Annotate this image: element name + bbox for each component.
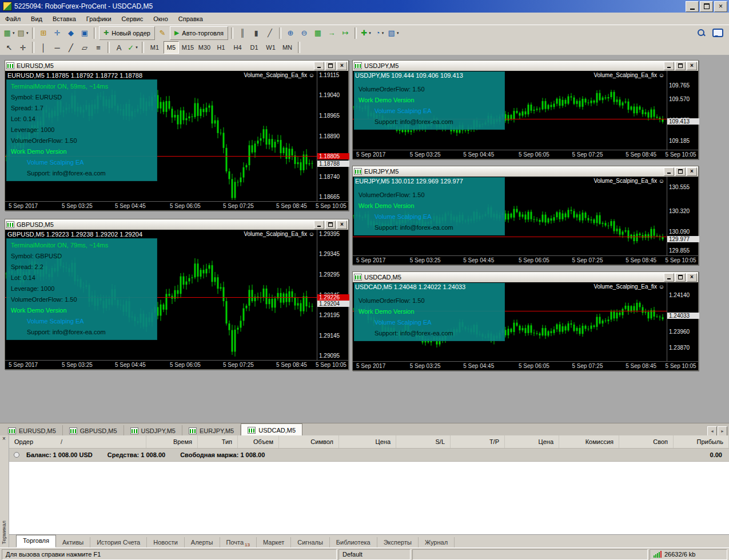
terminal-tab-библиотека[interactable]: Библиотека [330, 537, 377, 547]
maximize-button[interactable] [675, 273, 686, 282]
close-button[interactable]: × [714, 1, 727, 12]
maximize-button[interactable] [325, 221, 336, 229]
terminal-tab-эксперты[interactable]: Эксперты [377, 537, 419, 547]
chart-tab-eurjpy[interactable]: EURJPY,M5 [182, 425, 241, 436]
terminal-tab-новости[interactable]: Новости [147, 537, 185, 547]
line-chart-mode-button[interactable]: ╱ [264, 27, 276, 39]
menu-item-charts[interactable]: Графики [81, 13, 117, 25]
indicators-button[interactable]: ✚▾ [360, 27, 372, 39]
metaeditor-button[interactable]: ✎ [156, 27, 169, 39]
terminal-tab-активы[interactable]: Активы [56, 537, 90, 547]
menu-item-insert[interactable]: Вставка [47, 13, 81, 25]
maximize-button[interactable] [675, 167, 686, 176]
arrows-tool-button[interactable]: ✓▾ [126, 41, 139, 54]
bar-chart-mode-button[interactable]: ║ [236, 27, 249, 39]
crosshair-tool-button[interactable]: ✛ [17, 41, 29, 54]
tile-windows-button[interactable]: ▦ [312, 27, 324, 39]
zoom-in-button[interactable]: ⊕ [284, 27, 297, 39]
chart-titlebar[interactable]: EURJPY,M5× [353, 166, 698, 177]
close-button[interactable]: × [337, 221, 347, 229]
search-icon[interactable] [697, 29, 706, 37]
window-titlebar[interactable]: 5225094: RoboForex-ProCent - USDCAD,M5 × [0, 0, 729, 13]
timeframe-w1-button[interactable]: W1 [263, 41, 278, 54]
cursor-tool-button[interactable]: ↖ [3, 41, 15, 54]
timeframe-m30-button[interactable]: M30 [197, 41, 212, 54]
chart-tab-eurusd[interactable]: EURUSD,M5 [2, 425, 63, 436]
close-button[interactable]: × [687, 167, 697, 176]
market-watch-button[interactable]: ⊞ [37, 27, 50, 39]
maximize-button[interactable] [675, 62, 686, 70]
chart-window-usdjpy[interactable]: USDJPY,M5×VolumeOrderFlow: 1.50Work Demo… [352, 60, 699, 159]
column-header-прибыль[interactable]: Прибыль [674, 435, 729, 448]
minimize-button[interactable] [314, 221, 324, 229]
terminal-tab-сигналы[interactable]: Сигналы [291, 537, 330, 547]
chart-tab-usdjpy[interactable]: USDJPY,M5 [124, 425, 182, 436]
terminal-tab-маркет[interactable]: Маркет [257, 537, 291, 547]
scroll-right-icon[interactable]: ► [718, 426, 727, 436]
auto-scroll-button[interactable]: → [325, 27, 338, 39]
periods-button[interactable]: ◔▾ [373, 27, 386, 39]
close-button[interactable]: × [337, 62, 347, 70]
close-button[interactable]: × [687, 273, 697, 282]
timeframe-mn-button[interactable]: MN [280, 41, 295, 54]
chart-window-eurjpy[interactable]: EURJPY,M5×VolumeOrderFlow: 1.50Work Demo… [352, 166, 699, 265]
profiles-button[interactable]: ▤▾ [17, 27, 29, 39]
auto-trading-button[interactable]: ▶Авто-торговля [170, 26, 228, 40]
menu-item-help[interactable]: Справка [173, 13, 208, 25]
menu-item-service[interactable]: Сервис [117, 13, 149, 25]
minimize-button[interactable] [314, 62, 324, 70]
timeframe-m1-button[interactable]: M1 [147, 41, 162, 54]
candlestick-mode-button[interactable]: ▮ [250, 27, 262, 39]
terminal-close-icon[interactable]: × [2, 436, 6, 442]
column-header-своп[interactable]: Своп [619, 435, 674, 448]
restore-button[interactable] [700, 1, 713, 12]
column-header-tp[interactable]: T/P [451, 435, 505, 448]
terminal-tab-история-счета[interactable]: История Счета [90, 537, 147, 547]
chart-titlebar[interactable]: USDCAD,M5× [353, 272, 698, 283]
timeframe-m15-button[interactable]: M15 [180, 41, 196, 54]
terminal-tab-алерты[interactable]: Алерты [185, 537, 220, 547]
menu-item-file[interactable]: Файл [0, 13, 26, 25]
chart-shift-button[interactable]: ↦ [339, 27, 352, 39]
column-header-ордер[interactable]: Ордер/ [9, 435, 146, 448]
maximize-button[interactable] [325, 62, 336, 70]
column-header-цена[interactable]: Цена [505, 435, 559, 448]
status-account-type[interactable]: Default [338, 549, 411, 560]
minimize-button[interactable] [664, 273, 674, 282]
terminal-tab-почта[interactable]: Почта13 [220, 537, 257, 547]
text-tool-button[interactable]: A [113, 41, 125, 54]
horizontal-line-tool-button[interactable]: ─ [51, 41, 63, 54]
templates-button[interactable]: ▧▾ [387, 27, 400, 39]
column-header-символ[interactable]: Символ [279, 435, 339, 448]
column-header-sl[interactable]: S/L [396, 435, 451, 448]
channel-tool-button[interactable]: ▱ [78, 41, 91, 54]
terminal-tab-торговля[interactable]: Торговля [16, 535, 56, 547]
timeframe-h1-button[interactable]: H1 [213, 41, 229, 54]
column-header-тип[interactable]: Тип [198, 435, 238, 448]
terminal-panel-button[interactable]: ▣ [78, 27, 91, 39]
fibonacci-tool-button[interactable]: ≡ [92, 41, 105, 54]
new-chart-button[interactable]: ▦▾ [3, 27, 15, 39]
chart-tab-gbpusd[interactable]: GBPUSD,M5 [63, 425, 124, 436]
navigator-button[interactable]: ◆ [65, 27, 77, 39]
column-header-время[interactable]: Время [146, 435, 198, 448]
timeframe-d1-button[interactable]: D1 [246, 41, 262, 54]
vertical-line-tool-button[interactable]: │ [37, 41, 50, 54]
chart-titlebar[interactable]: GBPUSD,M5× [5, 219, 348, 230]
zoom-out-button[interactable]: ⊖ [298, 27, 310, 39]
close-button[interactable]: × [687, 62, 697, 70]
menu-item-window[interactable]: Окно [148, 13, 173, 25]
chart-titlebar[interactable]: EURUSD,M5× [5, 61, 348, 71]
new-order-button[interactable]: ✚Новый ордер [99, 26, 155, 40]
chart-window-eurusd[interactable]: EURUSD,M5×TerminalMonitor ON, 59ms, ~14m… [5, 60, 349, 211]
chart-window-gbpusd[interactable]: GBPUSD,M5×TerminalMonitor ON, 79ms, ~14m… [5, 219, 349, 370]
chat-icon[interactable] [712, 29, 723, 37]
trendline-tool-button[interactable]: ╱ [65, 41, 77, 54]
chart-tab-usdcad[interactable]: USDCAD,M5 [241, 423, 302, 436]
data-window-button[interactable]: ✛ [51, 27, 63, 39]
timeframe-m5-button[interactable]: M5 [164, 41, 179, 54]
timeframe-h4-button[interactable]: H4 [230, 41, 245, 54]
menu-item-view[interactable]: Вид [26, 13, 47, 25]
chart-window-usdcad[interactable]: USDCAD,M5×VolumeOrderFlow: 1.50Work Demo… [352, 271, 699, 371]
column-header-цена[interactable]: Цена [339, 435, 396, 448]
